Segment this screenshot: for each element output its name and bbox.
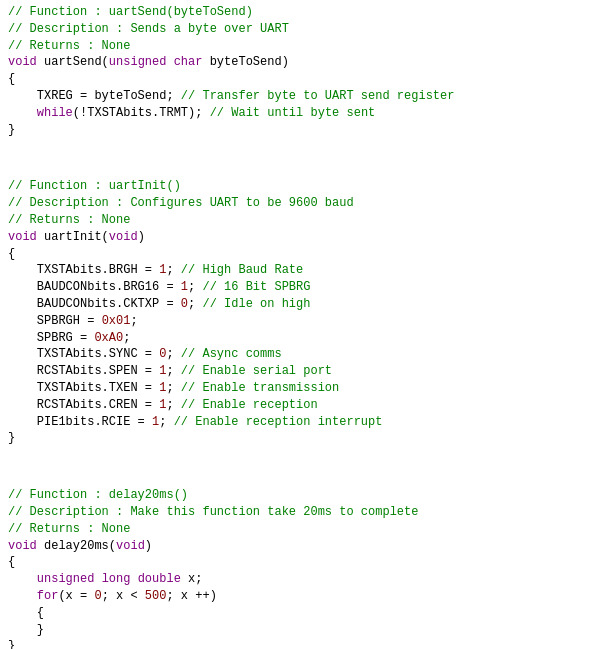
section-uartSend: // Function : uartSend(byteToSend) // De… — [8, 4, 605, 138]
line-20: RCSTAbits.SPEN = 1; // Enable serial por… — [8, 363, 605, 380]
line-11: // Returns : None — [8, 212, 605, 229]
line-22: RCSTAbits.CREN = 1; // Enable reception — [8, 397, 605, 414]
line-24: } — [8, 430, 605, 447]
line-2: // Description : Sends a byte over UART — [8, 21, 605, 38]
spacer-2 — [8, 162, 605, 178]
line-4: void uartSend(unsigned char byteToSend) — [8, 54, 605, 71]
line-10: // Description : Configures UART to be 9… — [8, 195, 605, 212]
line-28: void delay20ms(void) — [8, 538, 605, 555]
line-3: // Returns : None — [8, 38, 605, 55]
line-25: // Function : delay20ms() — [8, 487, 605, 504]
line-6: TXREG = byteToSend; // Transfer byte to … — [8, 88, 605, 105]
line-8: } — [8, 122, 605, 139]
line-31: for(x = 0; x < 500; x ++) — [8, 588, 605, 605]
spacer-1 — [8, 146, 605, 162]
line-1: // Function : uartSend(byteToSend) — [8, 4, 605, 21]
line-32: { — [8, 605, 605, 622]
spacer-3 — [8, 455, 605, 471]
line-27: // Returns : None — [8, 521, 605, 538]
code-editor: // Function : uartSend(byteToSend) // De… — [8, 4, 605, 649]
line-9: // Function : uartInit() — [8, 178, 605, 195]
line-23: PIE1bits.RCIE = 1; // Enable reception i… — [8, 414, 605, 431]
line-15: BAUDCONbits.BRG16 = 1; // 16 Bit SPBRG — [8, 279, 605, 296]
line-19: TXSTAbits.SYNC = 0; // Async comms — [8, 346, 605, 363]
line-16: BAUDCONbits.CKTXP = 0; // Idle on high — [8, 296, 605, 313]
line-33: } — [8, 622, 605, 639]
line-17: SPBRGH = 0x01; — [8, 313, 605, 330]
line-12: void uartInit(void) — [8, 229, 605, 246]
spacer-4 — [8, 471, 605, 487]
line-26: // Description : Make this function take… — [8, 504, 605, 521]
line-34: } — [8, 638, 605, 649]
section-uartInit: // Function : uartInit() // Description … — [8, 178, 605, 447]
line-13: { — [8, 246, 605, 263]
line-5: { — [8, 71, 605, 88]
line-21: TXSTAbits.TXEN = 1; // Enable transmissi… — [8, 380, 605, 397]
line-30: unsigned long double x; — [8, 571, 605, 588]
line-18: SPBRG = 0xA0; — [8, 330, 605, 347]
line-29: { — [8, 554, 605, 571]
line-14: TXSTAbits.BRGH = 1; // High Baud Rate — [8, 262, 605, 279]
line-7: while(!TXSTAbits.TRMT); // Wait until by… — [8, 105, 605, 122]
section-delay20ms: // Function : delay20ms() // Description… — [8, 487, 605, 649]
